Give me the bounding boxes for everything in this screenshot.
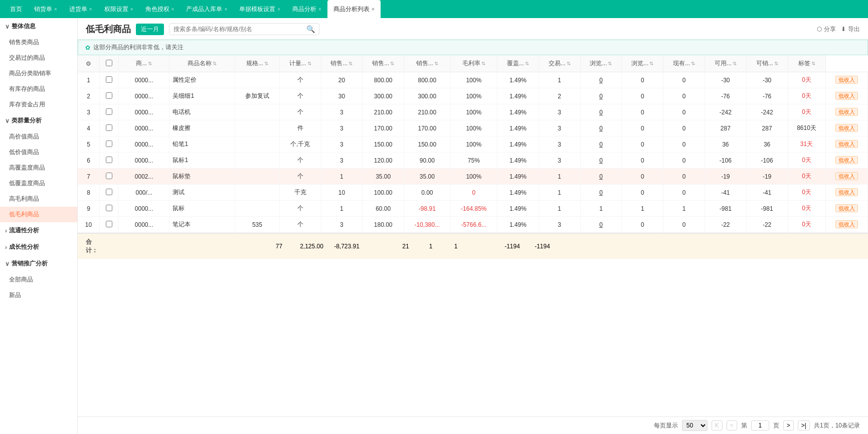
sidebar-item-low-gross[interactable]: 低毛利商品	[0, 207, 77, 222]
close-icon[interactable]: ×	[171, 7, 175, 12]
nav-auth-settings[interactable]: 权限设置×	[98, 0, 139, 18]
row-qty: 20	[321, 72, 363, 88]
row-browse2: 0	[663, 88, 705, 104]
table-footer: 合计： 77 2,125.00 -8,723.91 21 1 1 -1194	[78, 233, 868, 259]
row-checkbox[interactable]	[106, 108, 112, 115]
row-sellable: 0天	[788, 217, 825, 233]
row-checkbox[interactable]	[106, 124, 112, 131]
row-price2: 35.00	[404, 169, 451, 185]
table-row: 2 0000... 吴细细1 参加复试 个 30 300.00 300.00 1…	[78, 88, 868, 104]
sidebar-item-all-goods[interactable]: 全部商品	[0, 272, 77, 287]
row-qty: 1	[321, 169, 363, 185]
row-current: -981	[705, 201, 746, 217]
row-trade[interactable]: 0	[580, 120, 622, 136]
share-icon: ⬡	[817, 26, 822, 33]
sidebar-group-cluster[interactable]: ∨ 类群量分析	[0, 112, 77, 129]
sidebar-group-marketing[interactable]: ∨ 营销推广分析	[0, 255, 77, 272]
table-row: 5 0000... 铅笔1 个,千克 3 150.00 150.00 100% …	[78, 136, 868, 153]
row-checkbox-cell[interactable]	[100, 153, 119, 169]
row-checkbox-cell[interactable]	[100, 104, 119, 120]
page-input[interactable]	[751, 420, 769, 430]
sidebar-item-low-value[interactable]: 低价值商品	[0, 144, 77, 160]
per-page-select[interactable]: 50 20 100	[682, 420, 708, 431]
row-checkbox-cell[interactable]	[100, 201, 119, 217]
row-checkbox-cell[interactable]	[100, 169, 119, 185]
row-spec: 参加复试	[235, 88, 280, 104]
nav-goods-analysis[interactable]: 商品分析×	[286, 0, 327, 18]
row-checkbox-cell[interactable]	[100, 136, 119, 153]
last-page-button[interactable]: >|	[798, 420, 810, 430]
row-trade[interactable]: 0	[580, 136, 622, 153]
sidebar-item-traded-goods[interactable]: 交易过的商品	[0, 50, 77, 66]
prev-page-button[interactable]: <	[727, 420, 737, 430]
sidebar-group-circulation[interactable]: › 流通性分析	[0, 222, 77, 239]
row-trade[interactable]: 0	[580, 88, 622, 104]
close-icon[interactable]: ×	[224, 7, 227, 12]
nav-template-settings[interactable]: 单据模板设置×	[233, 0, 286, 18]
row-tag: 低收入	[825, 72, 867, 88]
export-button[interactable]: ⬇ 导出	[841, 25, 860, 34]
row-checkbox[interactable]	[106, 76, 112, 83]
row-checkbox-cell[interactable]	[100, 120, 119, 136]
row-checkbox-cell[interactable]	[100, 88, 119, 104]
row-checkbox[interactable]	[106, 205, 112, 211]
search-input[interactable]	[173, 26, 306, 33]
tag-badge: 低收入	[835, 140, 858, 148]
close-icon[interactable]: ×	[54, 7, 57, 12]
row-checkbox[interactable]	[106, 157, 112, 163]
sidebar-item-sales-goods[interactable]: 销售类商品	[0, 35, 77, 50]
sidebar-item-category-sales[interactable]: 商品分类助销率	[0, 66, 77, 81]
nav-purchase[interactable]: 进货单×	[63, 0, 98, 18]
sidebar-item-stock-capital[interactable]: 库存资金占用	[0, 97, 77, 112]
sidebar-item-new-goods[interactable]: 新品	[0, 287, 77, 303]
row-checkbox-cell[interactable]	[100, 72, 119, 88]
search-icon[interactable]: 🔍	[306, 25, 315, 33]
nav-role-auth[interactable]: 角色授权×	[139, 0, 181, 18]
row-qty: 3	[321, 120, 363, 136]
row-checkbox[interactable]	[106, 140, 112, 147]
row-trade[interactable]: 0	[580, 153, 622, 169]
row-checkbox-cell[interactable]	[100, 185, 119, 201]
row-code: 000/...	[118, 185, 169, 201]
sidebar-group-growth[interactable]: › 成长性分析	[0, 239, 77, 255]
row-trade[interactable]: 0	[580, 217, 622, 233]
close-icon[interactable]: ×	[277, 7, 280, 12]
row-code: 0000...	[118, 201, 169, 217]
sidebar-item-high-coverage[interactable]: 高覆盖度商品	[0, 160, 77, 176]
nav-sales[interactable]: 销货单×	[28, 0, 63, 18]
row-checkbox[interactable]	[106, 173, 112, 179]
nav-home[interactable]: 首页	[4, 0, 28, 18]
close-icon[interactable]: ×	[372, 7, 375, 12]
row-trade[interactable]: 0	[580, 169, 622, 185]
column-settings-icon[interactable]: ⚙	[78, 55, 100, 72]
row-checkbox[interactable]	[106, 221, 112, 227]
sidebar-item-high-gross[interactable]: 高毛利商品	[0, 191, 77, 207]
sidebar-group-overall[interactable]: ∨ 整体信息	[0, 18, 77, 35]
total-label: 共1页，10条记录	[814, 421, 860, 430]
nav-goods-analysis-list[interactable]: 商品分析列表×	[327, 0, 381, 18]
close-icon[interactable]: ×	[318, 7, 321, 12]
row-code: 0000...	[118, 153, 169, 169]
col-select-all[interactable]	[100, 55, 119, 72]
row-checkbox[interactable]	[106, 92, 112, 99]
footer-avail: -1194	[528, 243, 558, 250]
table-row: 1 0000... 属性定价 个 20 800.00 800.00 100% 1…	[78, 72, 868, 88]
row-trade[interactable]: 0	[580, 185, 622, 201]
period-button[interactable]: 近一月	[136, 24, 164, 35]
sidebar-item-low-coverage[interactable]: 低覆盖度商品	[0, 176, 77, 191]
select-all-checkbox[interactable]	[106, 60, 112, 66]
close-icon[interactable]: ×	[89, 7, 92, 12]
sidebar-item-in-stock[interactable]: 有库存的商品	[0, 81, 77, 97]
nav-finished-goods[interactable]: 产成品入库单×	[180, 0, 233, 18]
share-button[interactable]: ⬡ 分享	[817, 25, 836, 34]
sidebar-item-high-value[interactable]: 高价值商品	[0, 129, 77, 144]
row-name: 鼠标	[169, 201, 235, 217]
first-page-button[interactable]: K	[712, 420, 723, 430]
row-trade[interactable]: 0	[580, 104, 622, 120]
row-checkbox[interactable]	[106, 189, 112, 195]
row-trade[interactable]: 0	[580, 72, 622, 88]
close-icon[interactable]: ×	[130, 7, 133, 12]
row-checkbox-cell[interactable]	[100, 217, 119, 233]
row-unit: 个	[279, 104, 321, 120]
next-page-button[interactable]: >	[783, 420, 794, 430]
